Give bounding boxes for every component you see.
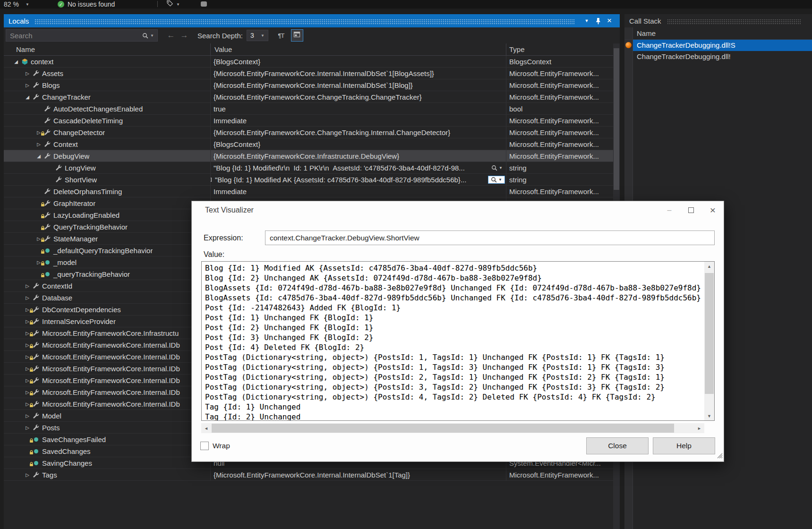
variable-name: ContextId bbox=[41, 282, 72, 290]
variable-value: {Microsoft.EntityFrameworkCore.Infrastru… bbox=[214, 152, 399, 160]
callstack-title-bar[interactable]: Call Stack bbox=[624, 14, 812, 27]
expand-arrow-icon[interactable]: ▷ bbox=[24, 283, 31, 289]
name-cell: ▷Assets bbox=[4, 68, 211, 79]
resize-grip[interactable] bbox=[716, 452, 723, 461]
minimize-button[interactable]: – bbox=[658, 201, 680, 219]
scrollbar-thumb[interactable] bbox=[705, 273, 714, 394]
locals-row[interactable]: ◢DebugView{Microsoft.EntityFrameworkCore… bbox=[4, 150, 613, 162]
column-header-name[interactable]: Name bbox=[4, 43, 211, 55]
scroll-down-arrow-icon[interactable]: ▼ bbox=[704, 411, 714, 420]
variable-name: Context bbox=[52, 140, 78, 148]
visualizer-line: Post {Id: 2} Unchanged FK {BlogId: 1} bbox=[205, 323, 704, 333]
locals-row[interactable]: ▷Context{BlogsContext}Microsoft.EntityFr… bbox=[4, 138, 613, 150]
name-cell: ▷Microsoft.EntityFrameworkCore.Infrastru… bbox=[4, 327, 211, 339]
help-button[interactable]: Help bbox=[653, 437, 715, 454]
maximize-icon bbox=[688, 207, 694, 213]
private-property-wrench-lock-icon bbox=[31, 401, 41, 407]
name-cell: LazyLoadingEnabled bbox=[4, 209, 211, 221]
locals-row[interactable]: CascadeDeleteTimingImmediateMicrosoft.En… bbox=[4, 115, 613, 127]
value-cell: {Microsoft.EntityFrameworkCore.Internal.… bbox=[211, 79, 506, 91]
close-icon[interactable]: × bbox=[604, 16, 615, 26]
search-icon[interactable] bbox=[142, 33, 148, 39]
text-visualizer-button[interactable]: ▼ bbox=[488, 176, 505, 184]
chevron-down-icon[interactable]: ▼ bbox=[499, 166, 503, 170]
property-wrench-icon bbox=[43, 153, 52, 159]
variable-type: BlogsContext bbox=[506, 56, 613, 67]
search-back-button[interactable]: ← bbox=[166, 31, 176, 40]
private-property-wrench-lock-icon bbox=[31, 330, 41, 336]
manage-columns-button[interactable] bbox=[291, 29, 303, 42]
search-input[interactable] bbox=[6, 32, 142, 40]
zoom-level-combo[interactable]: 82 % ▼ bbox=[4, 0, 29, 9]
scrollbar-thumb[interactable] bbox=[212, 424, 674, 433]
variable-name: SavingChanges bbox=[41, 459, 92, 467]
callstack-frame-row[interactable]: ChangeTrackerDebugging.dll! bbox=[624, 51, 812, 62]
chevron-down-icon[interactable]: ▼ bbox=[150, 34, 154, 38]
locals-row[interactable]: ▷Tags{Microsoft.EntityFrameworkCore.Inte… bbox=[4, 469, 613, 481]
format-values-button[interactable]: ¶T bbox=[275, 29, 287, 42]
name-cell: ▷StateManager bbox=[4, 233, 211, 244]
private-field-lock-icon bbox=[31, 448, 41, 454]
panel-title: Call Stack bbox=[629, 17, 661, 25]
callstack-frame-row[interactable]: ChangeTrackerDebugging.dll!S bbox=[624, 40, 812, 51]
issues-status[interactable]: ✓ No issues found bbox=[58, 0, 115, 9]
variable-value: {Microsoft.EntityFrameworkCore.Internal.… bbox=[214, 69, 434, 77]
locals-row[interactable]: LongView"Blog {Id: 1} Modified\r\n Id: 1… bbox=[4, 162, 613, 174]
variable-name: Blogs bbox=[41, 81, 60, 89]
collapse-arrow-icon[interactable]: ◢ bbox=[24, 94, 31, 100]
variable-name: DebugView bbox=[52, 152, 89, 160]
visualizer-line: PostTag (Dictionary<string, object>) {Po… bbox=[205, 362, 704, 372]
scroll-up-arrow-icon[interactable]: ▲ bbox=[704, 262, 714, 271]
locals-row[interactable]: ▷Assets{Microsoft.EntityFrameworkCore.In… bbox=[4, 68, 613, 79]
locals-row[interactable]: ◢context{BlogsContext}BlogsContext bbox=[4, 56, 613, 68]
locals-title-bar[interactable]: Locals ▼ × bbox=[4, 14, 620, 27]
value-cell: Immediate bbox=[211, 115, 506, 126]
horizontal-scrollbar[interactable]: ◄ ► bbox=[201, 423, 704, 433]
chevron-down-icon[interactable]: ▼ bbox=[498, 178, 502, 182]
locals-row[interactable]: ▷ChangeDetector{Microsoft.EntityFramewor… bbox=[4, 127, 613, 138]
scroll-left-arrow-icon[interactable]: ◄ bbox=[201, 423, 211, 433]
column-header-type[interactable]: Type bbox=[506, 43, 613, 55]
issues-text: No issues found bbox=[68, 0, 115, 8]
expression-input[interactable] bbox=[265, 230, 715, 245]
value-cell: Immediate bbox=[211, 186, 506, 197]
expand-arrow-icon[interactable]: ▷ bbox=[24, 83, 31, 88]
expand-arrow-icon[interactable]: ▷ bbox=[24, 472, 31, 478]
tag-filter-button[interactable]: ▼ bbox=[166, 0, 180, 9]
expand-arrow-icon[interactable]: ▷ bbox=[24, 295, 31, 300]
locals-row[interactable]: ▷Blogs{Microsoft.EntityFrameworkCore.Int… bbox=[4, 79, 613, 91]
vertical-scrollbar[interactable]: ▲ ▼ bbox=[704, 262, 714, 420]
name-cell: DeleteOrphansTiming bbox=[4, 186, 211, 197]
value-cell: "Blog {Id: 1} Modified\r\n Id: 1 PK\r\n … bbox=[211, 162, 506, 173]
text-visualizer-button[interactable]: ▼ bbox=[489, 164, 505, 171]
maximize-button[interactable] bbox=[680, 201, 702, 219]
locals-row[interactable]: DeleteOrphansTimingImmediateMicrosoft.En… bbox=[4, 186, 613, 197]
expand-arrow-icon[interactable]: ▷ bbox=[24, 71, 31, 76]
locals-row[interactable]: AutoDetectChangesEnabledtruebool bbox=[4, 103, 613, 115]
pin-icon[interactable] bbox=[592, 16, 604, 26]
expand-arrow-icon[interactable]: ▷ bbox=[35, 142, 43, 147]
close-dialog-button[interactable]: Close bbox=[586, 437, 649, 454]
window-position-icon[interactable]: ▼ bbox=[581, 16, 592, 26]
scrollbar-thumb[interactable] bbox=[614, 48, 619, 190]
collapse-arrow-icon[interactable]: ◢ bbox=[35, 154, 43, 159]
pin-value-icon[interactable] bbox=[211, 177, 212, 182]
locals-toolbar: ▼ ← → Search Depth: 3 ▼ ¶T bbox=[4, 27, 620, 43]
locals-row[interactable]: ◢ChangeTracker{Microsoft.EntityFramework… bbox=[4, 91, 613, 103]
expand-arrow-icon[interactable]: ▷ bbox=[24, 425, 31, 430]
collapse-arrow-icon[interactable]: ◢ bbox=[12, 59, 20, 64]
variable-type: Microsoft.EntityFramework... bbox=[506, 115, 613, 126]
close-button[interactable]: × bbox=[702, 201, 724, 219]
name-cell: ▷DbContextDependencies bbox=[4, 304, 211, 315]
editor-toolbar: 82 % ▼ ✓ No issues found ▼ bbox=[0, 0, 812, 9]
dialog-title-bar[interactable]: Text Visualizer bbox=[192, 201, 724, 219]
expand-arrow-icon[interactable]: ▷ bbox=[24, 413, 31, 418]
search-depth-combo[interactable]: 3 ▼ bbox=[247, 30, 268, 41]
search-forward-button[interactable]: → bbox=[179, 31, 189, 40]
scroll-right-arrow-icon[interactable]: ► bbox=[694, 423, 704, 433]
wrap-checkbox[interactable] bbox=[200, 442, 209, 450]
column-header-value[interactable]: Value bbox=[211, 43, 506, 55]
locals-row[interactable]: ShortView"Blog {Id: 1} Modified AK {Asse… bbox=[4, 174, 613, 186]
callstack-column-header[interactable]: Name bbox=[624, 27, 812, 40]
visualizer-text[interactable]: Blog {Id: 1} Modified AK {AssetsId: c478… bbox=[202, 262, 704, 420]
